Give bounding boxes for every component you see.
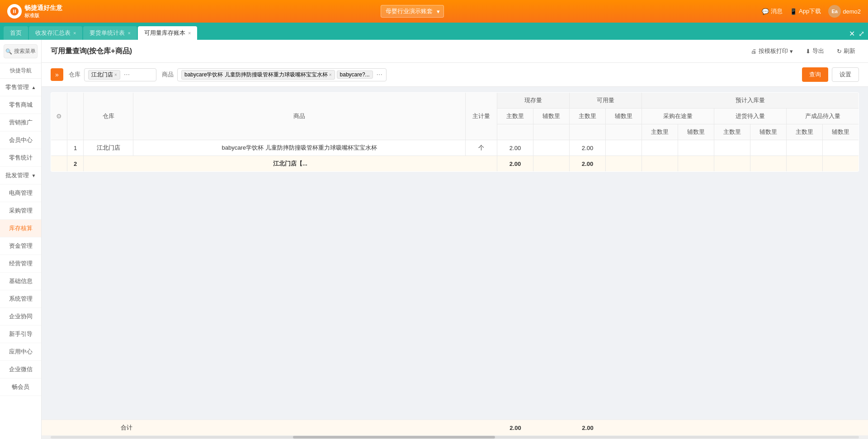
product-more-btn[interactable]: ··· [377,71,382,79]
vip-member-label: 畅会员 [12,383,29,391]
retail-stats-label: 零售统计 [9,154,33,162]
enterprise-wechat-label: 企业微信 [9,365,33,373]
refresh-icon: ↻ [837,48,842,55]
tab-home[interactable]: 首页 [4,26,28,40]
print-template-label: 按模板打印 [759,47,788,55]
row1-current-aux [533,140,570,156]
message-icon: 💬 [762,8,769,15]
footer-current-main: 2.00 [497,425,533,431]
sidebar-item-ecommerce-mgmt[interactable]: 电商管理 [0,184,41,202]
window-close-icon[interactable]: ✕ [849,29,855,38]
sidebar-item-member-center[interactable]: 会员中心 [0,132,41,149]
query-btn[interactable]: 查询 [802,67,828,82]
search-menu-btn[interactable]: 🔍 搜索菜单 [4,44,38,58]
sidebar-item-business-mgmt[interactable]: 经营管理 [0,255,41,273]
pp-main: 主数里 [714,124,750,140]
user-menu[interactable]: Ea demo2 [828,5,861,18]
refresh-label: 刷新 [844,47,855,55]
col-warehouse-header: 仓库 [84,93,133,140]
sidebar-item-retail-mgmt[interactable]: 零售管理 ▲ [0,79,41,96]
planned-incoming-header: 预计入库量 [642,93,859,109]
sidebar-item-purchase-mgmt[interactable]: 采购管理 [0,202,41,220]
refresh-btn[interactable]: ↻ 刷新 [833,45,859,57]
product-tag1: babycare学饮杯 儿童防摔防撞吸管杯重力球吸嘴杯宝宝水杯 × [181,70,335,80]
sidebar-item-enterprise-wechat[interactable]: 企业微信 [0,361,41,378]
product-tag2: babycare?... [337,71,373,79]
settings-btn[interactable]: 设置 [832,67,859,82]
sidebar-search[interactable]: 🔍 搜索菜单 [0,40,41,63]
product-tag2-text: babycare?... [340,71,370,78]
tab-order-stats[interactable]: 要货单统计表 × [83,26,137,40]
new-guide-label: 新手引导 [9,330,33,338]
sidebar-item-vip-member[interactable]: 畅会员 [0,378,41,396]
sidebar-item-retail-stats[interactable]: 零售统计 [0,149,41,167]
subtotal-pt-main [642,156,678,172]
footer-prodp-aux [823,425,859,431]
pt-main: 主数里 [642,124,678,140]
member-center-label: 会员中心 [9,136,33,144]
sidebar-item-system-mgmt[interactable]: 系统管理 [0,290,41,308]
sidebar-item-new-guide[interactable]: 新手引导 [0,326,41,343]
sidebar-item-app-center[interactable]: 应用中心 [0,343,41,361]
footer-current-aux [533,425,570,431]
subtotal-prodp-main [787,156,823,172]
horizontal-scrollbar[interactable] [42,435,868,439]
page-actions: 🖨 按模板打印 ▾ ⬇ 导出 ↻ 刷新 [747,45,859,57]
table-row-1: 1 江北门店 babycare学饮杯 儿童防摔防撞吸管杯重力球吸嘴杯宝宝水杯 个… [51,140,859,156]
tab-available-inventory-close[interactable]: × [188,30,191,36]
page-title: 可用量查询(按仓库+商品) [51,47,132,56]
scrollbar-thumb[interactable] [293,436,495,439]
print-template-btn[interactable]: 🖨 按模板打印 ▾ [747,45,797,57]
subtotal-current-main: 2.00 [497,156,533,172]
tab-order-stats-close[interactable]: × [127,30,130,36]
export-btn[interactable]: ⬇ 导出 [802,45,828,57]
subtotal-settings [51,156,67,172]
product-tag1-close[interactable]: × [329,72,332,77]
tab-receipt-summary-close[interactable]: × [73,30,76,36]
row1-pt-aux [678,140,714,156]
filter-area: » 仓库 江北门店 × ··· 商品 babycare学饮杯 儿童防摔防撞吸管杯… [42,63,868,87]
sidebar-item-marketing[interactable]: 营销推广 [0,114,41,132]
sidebar-item-enterprise-collab[interactable]: 企业协同 [0,308,41,326]
data-table: ⚙ 仓库 商品 主计量 现存量 可用量 预计入库量 主数里 辅数里 主数里 [51,92,859,172]
sidebar-item-inventory-mgmt[interactable]: 库存核算 [0,220,41,237]
row1-prodp-main [787,140,823,156]
main-layout: 🔍 搜索菜单 快捷导航 零售管理 ▲ 零售商城 营销推广 会员中心 零售统计 批… [0,40,868,439]
tab-available-inventory[interactable]: 可用量库存账本 × [138,26,197,40]
product-tag-container[interactable]: babycare学饮杯 儿童防摔防撞吸管杯重力球吸嘴杯宝宝水杯 × babyca… [177,68,387,81]
sidebar-item-wholesale-mgmt[interactable]: 批发管理 ▼ [0,167,41,184]
industry-selector[interactable]: 母婴行业演示账套 [381,5,444,18]
row1-index: 1 [67,140,84,156]
sidebar-item-finance-mgmt[interactable]: 资金管理 [0,237,41,255]
settings-icon[interactable]: ⚙ [56,113,62,120]
product-filter-group: 商品 babycare学饮杯 儿童防摔防撞吸管杯重力球吸嘴杯宝宝水杯 × bab… [162,68,387,81]
window-expand-icon[interactable]: ⤢ [859,29,864,38]
footer-values: 2.00 2.00 [463,425,859,431]
tab-receipt-summary[interactable]: 收发存汇总表 × [29,26,82,40]
filter-buttons: 查询 设置 [802,67,859,82]
sidebar-item-basic-info[interactable]: 基础信息 [0,273,41,290]
warehouse-tag-container[interactable]: 江北门店 × ··· [84,68,156,81]
warehouse-filter-group: 仓库 江北门店 × ··· [69,68,156,81]
app-logo: 畅捷通好生意 标准版 [7,4,62,19]
avatar: Ea [828,5,841,18]
filter-toggle-btn[interactable]: » [51,68,63,81]
col-unit-header: 主计量 [466,93,497,140]
app-download-btn[interactable]: 📱 App下载 [790,7,821,15]
message-label: 消息 [771,7,783,15]
subtotal-row: 2 江北门店【... 2.00 2.00 [51,156,859,172]
phone-icon: 📱 [790,8,797,15]
tab-order-stats-label: 要货单统计表 [90,29,125,37]
footer-pt-main [642,425,678,431]
scrollbar-track [51,436,859,439]
warehouse-tag-close[interactable]: × [114,72,117,77]
available-main-qty-header: 主数里 [570,109,606,124]
top-bar-right: 💬 消息 📱 App下载 Ea demo2 [762,5,861,18]
tab-bar: 首页 收发存汇总表 × 要货单统计表 × 可用量库存账本 × ✕ ⤢ [0,23,868,40]
system-mgmt-label: 系统管理 [9,295,33,303]
message-btn[interactable]: 💬 消息 [762,7,783,15]
warehouse-more-btn[interactable]: ··· [124,71,130,79]
quick-nav-btn[interactable]: 快捷导航 [0,63,41,79]
sidebar-item-retail-mall[interactable]: 零售商城 [0,96,41,114]
industry-selector-container[interactable]: 母婴行业演示账套 [68,5,756,18]
